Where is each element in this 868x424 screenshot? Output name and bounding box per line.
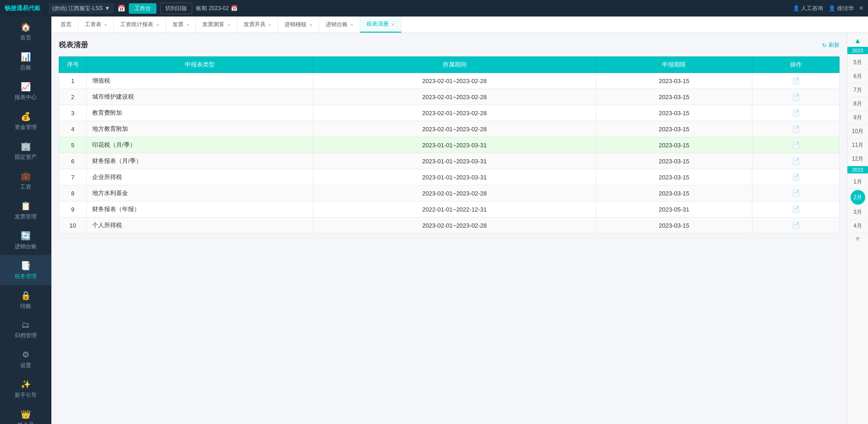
tab-invoice-close[interactable]: × [186, 22, 189, 28]
cell-period: 2023-02-01~2023-02-28 [313, 89, 596, 105]
sidebar-item-report[interactable]: 📈 报表中心 [0, 76, 51, 106]
cell-no: 4 [59, 121, 87, 137]
cell-deadline: 2023-03-15 [596, 89, 752, 105]
action-icon[interactable]: 📄 [792, 77, 800, 84]
cell-no: 9 [59, 201, 87, 218]
period-info: 账期 2023-02 📅 [196, 5, 238, 12]
month-2022-12[interactable]: 12月 [847, 152, 868, 166]
action-icon[interactable]: 📄 [792, 173, 800, 181]
action-icon[interactable]: 📄 [792, 206, 800, 213]
month-2022-07[interactable]: 7月 [847, 84, 868, 97]
refresh-button[interactable]: ↻ 刷新 [822, 41, 840, 49]
sidebar-item-fund[interactable]: 💰 资金管理 [0, 106, 51, 136]
sidebar-label-close: 结账 [20, 302, 31, 310]
window-close-button[interactable]: × [859, 4, 863, 12]
action-icon[interactable]: 📄 [792, 125, 800, 133]
calendar-nav-up[interactable]: ▲ [852, 35, 863, 47]
tab-wage-report[interactable]: 工资统计报表 × [114, 17, 166, 33]
cell-period: 2023-02-01~2023-02-28 [313, 73, 596, 89]
cell-action: 📄 [752, 153, 840, 169]
month-2022-05[interactable]: 5月 [847, 56, 868, 70]
tab-purchase-check[interactable]: 进销稽核 × [278, 17, 319, 33]
sidebar-item-settings[interactable]: ⚙ 设置 [0, 344, 51, 374]
sidebar-label-purchase: 进销台账 [15, 243, 37, 251]
sidebar-item-close[interactable]: 🔒 结账 [0, 285, 51, 315]
cell-action: 📄 [752, 73, 840, 89]
settings-icon: ⚙ [22, 350, 29, 360]
right-sidebar: ▲ 2023 5月 6月 7月 8月 9月 10月 11月 12月 2023 1… [847, 33, 868, 424]
ai-consult[interactable]: 👤 人工咨询 [793, 5, 823, 12]
tab-home[interactable]: 首页 [56, 17, 78, 33]
action-icon[interactable]: 📄 [792, 93, 800, 100]
tab-wages-close[interactable]: × [104, 22, 107, 28]
tab-invoice-open-label: 发票开具 [244, 21, 266, 28]
sidebar-item-tax[interactable]: 📑 税务管理 [0, 255, 51, 285]
action-icon[interactable]: 📄 [792, 190, 800, 197]
month-2023-03[interactable]: 3月 [847, 206, 868, 219]
month-2023-02[interactable]: 2月 [851, 190, 865, 205]
sidebar-item-asset[interactable]: 🏢 固定资产 [0, 136, 51, 166]
table-row: 10 个人所得税 2023-02-01~2023-02-28 2023-03-1… [59, 218, 840, 234]
tab-tax-clear[interactable]: 税表清册 × [360, 17, 401, 33]
tab-purchase-ledger[interactable]: 进销台账 × [319, 17, 360, 33]
month-2023-01[interactable]: 1月 [847, 175, 868, 189]
sidebar-item-purchase[interactable]: 🔄 进销台账 [0, 225, 51, 255]
sidebar-item-invoice[interactable]: 📋 发票管理 [0, 195, 51, 225]
action-icon[interactable]: 📄 [792, 222, 800, 229]
action-icon[interactable]: 📄 [792, 157, 800, 165]
sidebar-item-guide[interactable]: ✨ 新手引导 [0, 374, 51, 404]
cell-type: 教育费附加 [87, 105, 313, 121]
sidebar-item-home[interactable]: 🏠 首页 [0, 17, 51, 46]
month-2023-04[interactable]: 4月 [847, 219, 868, 233]
action-icon[interactable]: 📄 [792, 141, 800, 149]
tab-tax-clear-close[interactable]: × [391, 22, 394, 27]
sidebar-item-ledger[interactable]: 📊 总账 [0, 46, 51, 76]
asset-icon: 🏢 [21, 141, 31, 151]
month-2022-06[interactable]: 6月 [847, 70, 868, 84]
user-info[interactable]: 👤 徐泾华 [829, 5, 853, 12]
workbench-button[interactable]: 工作台 [129, 3, 156, 14]
company-selector[interactable]: (勿动) 江西服宝-LSS ▼ [49, 3, 114, 14]
cell-no: 6 [59, 153, 87, 169]
tax-table: 序号 申报表类型 所属期间 申报期限 操作 1 增值税 2023-02-01~2… [59, 56, 840, 234]
year-2023-header: 2023 [847, 47, 868, 54]
cell-action: 📄 [752, 201, 840, 218]
table-row: 6 财务报表（月/季） 2023-01-01~2023-03-31 2023-0… [59, 153, 840, 169]
month-2022-11[interactable]: 11月 [847, 139, 868, 152]
cell-period: 2023-01-01~2023-03-31 [313, 169, 596, 185]
sidebar-label-member: 畅会员 [17, 421, 34, 424]
tab-purchase-check-label: 进销稽核 [284, 21, 306, 28]
tab-wages[interactable]: 工资表 × [78, 17, 114, 33]
cell-deadline: 2023-03-15 [596, 185, 752, 201]
tab-purchase-ledger-close[interactable]: × [351, 22, 353, 28]
cell-action: 📄 [752, 121, 840, 137]
tab-wage-report-close[interactable]: × [156, 22, 159, 28]
sidebar-item-member[interactable]: 👑 畅会员 [0, 404, 51, 424]
tab-invoice-calc[interactable]: 发票测算 × [196, 17, 237, 33]
tab-purchase-check-close[interactable]: × [309, 22, 312, 28]
tab-invoice-calc-label: 发票测算 [202, 21, 224, 28]
sidebar-item-wage[interactable]: 💼 工资 [0, 166, 51, 195]
cell-period: 2023-02-01~2023-02-28 [313, 105, 596, 121]
action-icon[interactable]: 📄 [792, 109, 800, 117]
tab-invoice-open-close[interactable]: × [268, 22, 271, 28]
cell-deadline: 2023-03-15 [596, 153, 752, 169]
cell-deadline: 2023-05-31 [596, 201, 752, 218]
cell-period: 2023-02-01~2023-02-28 [313, 185, 596, 201]
month-2022-09[interactable]: 9月 [847, 111, 868, 125]
tab-invoice-calc-close[interactable]: × [227, 22, 230, 28]
table-row: 2 城市维护建设税 2023-02-01~2023-02-28 2023-03-… [59, 89, 840, 105]
cell-deadline: 2023-03-15 [596, 73, 752, 89]
tab-invoice[interactable]: 发票 × [166, 17, 196, 33]
tab-invoice-label: 发票 [172, 21, 184, 28]
cell-no: 7 [59, 169, 87, 185]
col-deadline: 申报期限 [596, 57, 752, 73]
sidebar-item-archive[interactable]: 🗂 归档管理 [0, 315, 51, 344]
ledger-icon: 📊 [21, 52, 31, 62]
old-version-button[interactable]: 切到旧版 [160, 3, 192, 14]
calendar-nav-down[interactable]: ▼ [852, 233, 863, 245]
wage-icon: 💼 [21, 171, 31, 181]
tab-invoice-open[interactable]: 发票开具 × [237, 17, 278, 33]
month-2022-08[interactable]: 8月 [847, 97, 868, 111]
month-2022-10[interactable]: 10月 [847, 125, 868, 139]
